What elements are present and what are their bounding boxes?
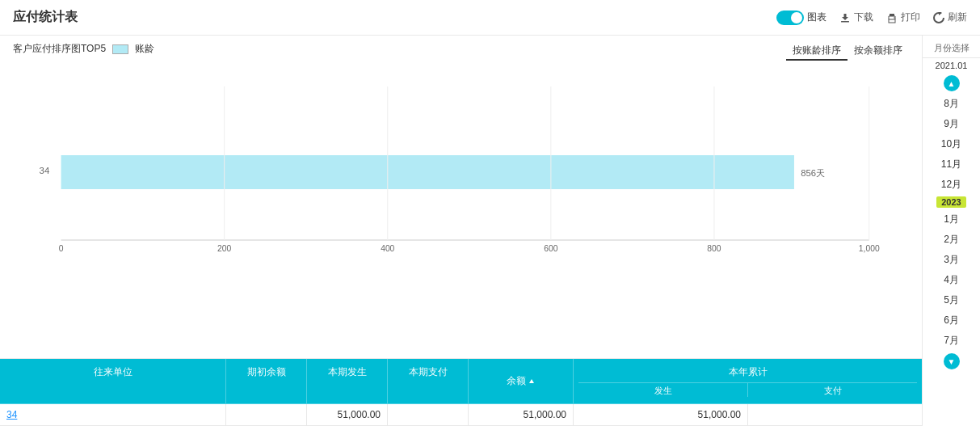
sidebar-month-9[interactable]: 9月 [923,114,980,134]
chart-svg: 34 856天 0 200 400 600 800 1,000 [19,62,902,272]
th-ytd-pay: 支付 [748,383,917,397]
refresh-label: 刷新 [948,11,967,24]
bar-end-label: 856天 [801,168,825,178]
svg-marker-16 [529,379,534,383]
sidebar-date: 2021.01 [936,58,968,73]
chart-section: 客户应付排序图TOP5 账龄 按账龄排序 按余额排序 34 [0,36,922,358]
legend-color-box [112,44,128,54]
legend-color-label: 账龄 [135,42,154,56]
td-opening [226,404,307,425]
sidebar-month-1[interactable]: 1月 [923,209,980,230]
sort-tabs: 按账龄排序 按余额排序 [786,42,909,61]
download-icon [839,12,851,23]
th-balance: 余额 [469,359,574,403]
td-occur: 51,000.00 [307,404,388,425]
table-header-row1: 往来单位 期初余额 本期发生 本期支付 余额 本年累计 发生 支付 [0,359,922,404]
sort-tab-age[interactable]: 按账龄排序 [786,42,848,61]
toggle-track[interactable] [776,11,804,25]
td-balance: 51,000.00 [469,404,574,425]
header-actions: 图表 下载 打印 刷新 [776,11,967,25]
td-company[interactable]: 34 [0,404,226,425]
sidebar-month-3[interactable]: 3月 [923,250,980,270]
table-row: 34 51,000.00 51,000.00 51,000.00 [0,404,922,426]
print-icon [886,12,898,23]
sidebar-month-10[interactable]: 10月 [923,134,980,154]
sidebar-month-8[interactable]: 8月 [923,94,980,114]
td-ytd-pay [748,404,922,425]
header: 应付统计表 图表 下载 打印 刷新 [0,0,980,36]
sidebar-month-7[interactable]: 7月 [923,331,980,351]
svg-text:0: 0 [59,244,64,253]
sort-icon [528,377,536,386]
sidebar-month-6[interactable]: 6月 [923,310,980,331]
svg-text:200: 200 [217,244,232,253]
th-ytd-occur: 发生 [578,383,748,397]
sidebar-year-badge[interactable]: 2023 [936,196,965,208]
svg-rect-0 [841,21,849,23]
table-section: 往来单位 期初余额 本期发生 本期支付 余额 本年累计 发生 支付 [0,358,922,426]
th-company: 往来单位 [0,359,226,403]
sidebar-month-5[interactable]: 5月 [923,290,980,310]
refresh-button[interactable]: 刷新 [933,11,967,24]
sidebar-month-2[interactable]: 2月 [923,230,980,250]
main-content: 客户应付排序图TOP5 账龄 按账龄排序 按余额排序 34 [0,36,980,426]
sort-tab-balance[interactable]: 按余额排序 [848,42,909,61]
toggle-thumb [791,12,802,23]
app-container: 应付统计表 图表 下载 打印 刷新 [0,0,980,426]
download-label: 下载 [854,11,873,24]
sidebar-up-arrow[interactable]: ▲ [944,75,960,91]
chart-canvas: 34 856天 0 200 400 600 800 1,000 [19,62,902,272]
chart-toggle[interactable]: 图表 [776,11,826,25]
svg-rect-2 [890,14,894,16]
svg-rect-1 [889,19,895,23]
td-pay [388,404,469,425]
svg-text:800: 800 [707,244,721,253]
print-label: 打印 [901,11,920,24]
svg-text:600: 600 [544,244,558,253]
sidebar: 月份选择 2021.01 ▲ 8月 9月 10月 11月 12月 2023 1月… [922,36,980,426]
th-occur: 本期发生 [307,359,388,403]
download-button[interactable]: 下载 [839,11,873,24]
y-label: 34 [40,166,50,175]
td-ytd-occur: 51,000.00 [574,404,748,425]
sidebar-down-arrow[interactable]: ▼ [944,353,960,369]
toggle-label: 图表 [807,11,826,24]
sidebar-month-11[interactable]: 11月 [923,154,980,175]
svg-text:1,000: 1,000 [859,244,880,253]
sidebar-month-12[interactable]: 12月 [923,175,980,195]
refresh-icon [933,12,944,23]
svg-point-3 [894,17,895,19]
th-ytd-group: 本年累计 发生 支付 [574,359,922,403]
print-button[interactable]: 打印 [886,11,920,24]
sidebar-month-4[interactable]: 4月 [923,270,980,290]
chart-legend: 客户应付排序图TOP5 账龄 [13,42,909,56]
legend-text: 客户应付排序图TOP5 [13,42,106,56]
sidebar-title: 月份选择 [923,39,980,58]
th-pay: 本期支付 [388,359,469,403]
page-title: 应付统计表 [13,9,78,26]
svg-text:400: 400 [381,244,395,253]
chart-area: 客户应付排序图TOP5 账龄 按账龄排序 按余额排序 34 [0,36,922,426]
bar-rect [61,155,794,189]
th-opening: 期初余额 [226,359,307,403]
